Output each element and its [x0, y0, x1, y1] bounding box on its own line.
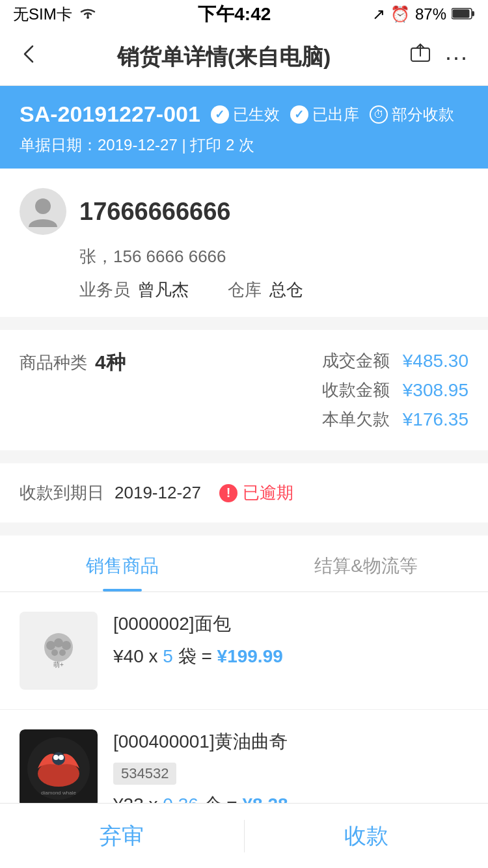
product-image-cookie: diamond whale — [20, 729, 98, 807]
share-icon[interactable] — [409, 43, 432, 71]
deal-amount-value: ¥485.30 — [403, 351, 468, 372]
svg-text:萌+: 萌+ — [53, 661, 64, 668]
product-price-bread: ¥40 x 5 袋 = ¥199.99 — [113, 644, 468, 669]
product-item-bread: 萌+ [0000002]面包 ¥40 x 5 袋 = ¥199.99 — [0, 592, 488, 710]
header-banner: SA-20191227-001 ✓ 已生效 ✓ 已出库 ⏱ 部分收款 单据日期：… — [0, 86, 488, 169]
page-title: 销货单详情(来自电脑) — [117, 42, 331, 72]
collected-value: ¥308.95 — [403, 380, 468, 401]
due-label: 收款到期日 — [20, 481, 104, 504]
product-total-bread: ¥199.99 — [217, 646, 283, 666]
status-left: 无SIM卡 — [13, 4, 97, 25]
svg-rect-2 — [472, 11, 474, 16]
product-types: 商品种类 4种 — [20, 349, 126, 376]
nav-bar: 销货单详情(来自电脑) ··· — [0, 29, 488, 86]
sales-rep-label: 业务员 — [79, 278, 130, 301]
svg-point-7 — [46, 641, 55, 650]
overdue-badge: ! 已逾期 — [211, 479, 301, 507]
status-right: ↗ ⏰ 87% — [372, 5, 475, 23]
clock-icon: ⏱ — [370, 105, 388, 124]
amounts-section: 商品种类 4种 成交金额 ¥485.30 收款金额 ¥308.95 本单欠款 ¥… — [0, 330, 488, 450]
location-icon: ↗ — [372, 5, 385, 23]
product-qty-bread: 5 — [163, 646, 173, 666]
badge-dispatched: ✓ 已出库 — [290, 104, 359, 125]
status-bar: 无SIM卡 下午4:42 ↗ ⏰ 87% — [0, 0, 488, 29]
customer-avatar — [20, 188, 66, 235]
product-name-bread: [0000002]面包 — [113, 612, 468, 636]
bottom-bar: 弃审 收款 — [0, 803, 488, 868]
badge-activated: ✓ 已生效 — [211, 104, 280, 125]
product-name-cookie: [000400001]黄油曲奇 — [113, 729, 468, 754]
overdue-text: 已逾期 — [243, 481, 293, 504]
nav-actions: ··· — [409, 43, 468, 71]
product-list: 萌+ [0000002]面包 ¥40 x 5 袋 = ¥199.99 — [0, 592, 488, 837]
product-details-bread: [0000002]面包 ¥40 x 5 袋 = ¥199.99 — [113, 612, 468, 669]
svg-text:diamond whale: diamond whale — [41, 790, 76, 796]
warehouse-value: 总仓 — [269, 278, 303, 301]
product-types-label: 商品种类 — [20, 351, 87, 374]
due-section: 收款到期日 2019-12-27 ! 已逾期 — [0, 463, 488, 522]
status-time: 下午4:42 — [198, 2, 271, 27]
product-sku-cookie: 534532 — [113, 763, 176, 785]
svg-rect-3 — [452, 10, 469, 18]
wifi-icon — [79, 5, 97, 23]
overdue-icon: ! — [219, 484, 237, 502]
amount-details: 成交金额 ¥485.30 收款金额 ¥308.95 本单欠款 ¥176.35 — [322, 349, 468, 431]
back-button[interactable] — [20, 40, 39, 74]
customer-section: 17666666666 张，156 6666 6666 业务员 曾凡杰 仓库 总… — [0, 169, 488, 317]
debt-value: ¥176.35 — [403, 409, 468, 430]
sales-rep-item: 业务员 曾凡杰 — [79, 278, 189, 301]
deal-amount-label: 成交金额 — [322, 349, 390, 372]
customer-info-row: 业务员 曾凡杰 仓库 总仓 — [20, 278, 468, 301]
svg-point-8 — [54, 638, 63, 647]
battery-icon — [452, 5, 475, 23]
order-id: SA-20191227-001 — [20, 102, 200, 127]
warehouse-label: 仓库 — [228, 278, 262, 301]
svg-point-9 — [62, 641, 71, 650]
deal-amount-row: 成交金额 ¥485.30 — [322, 349, 468, 372]
debt-row: 本单欠款 ¥176.35 — [322, 408, 468, 431]
svg-point-17 — [53, 755, 59, 760]
product-types-count: 4种 — [95, 349, 126, 376]
svg-point-18 — [59, 755, 64, 760]
customer-name-phone: 张，156 6666 6666 — [20, 245, 468, 268]
collect-button[interactable]: 收款 — [245, 808, 489, 864]
battery-text: 87% — [415, 5, 446, 23]
tab-settlement[interactable]: 结算&物流等 — [244, 536, 488, 591]
order-date: 单据日期：2019-12-27 | 打印 2 次 — [20, 135, 468, 156]
product-image-bread: 萌+ — [20, 612, 98, 690]
alarm-icon: ⏰ — [390, 5, 410, 23]
svg-point-11 — [59, 649, 66, 656]
more-icon[interactable]: ··· — [445, 44, 468, 71]
sales-rep-value: 曾凡杰 — [138, 278, 189, 301]
tab-sales-products[interactable]: 销售商品 — [0, 536, 244, 591]
debt-label: 本单欠款 — [322, 408, 390, 431]
check-icon-dispatched: ✓ — [290, 105, 308, 124]
svg-point-0 — [87, 16, 89, 19]
svg-point-10 — [51, 649, 58, 656]
due-date: 2019-12-27 — [115, 483, 201, 503]
carrier-text: 无SIM卡 — [13, 4, 72, 25]
check-icon-activated: ✓ — [211, 105, 229, 124]
customer-phone: 17666666666 — [79, 198, 230, 226]
reject-button[interactable]: 弃审 — [0, 808, 244, 864]
badge-partial: ⏱ 部分收款 — [370, 104, 454, 125]
collected-label: 收款金额 — [322, 379, 390, 401]
warehouse-item: 仓库 总仓 — [228, 278, 303, 301]
tabs: 销售商品 结算&物流等 — [0, 536, 488, 592]
collected-row: 收款金额 ¥308.95 — [322, 379, 468, 401]
svg-point-5 — [35, 198, 51, 214]
